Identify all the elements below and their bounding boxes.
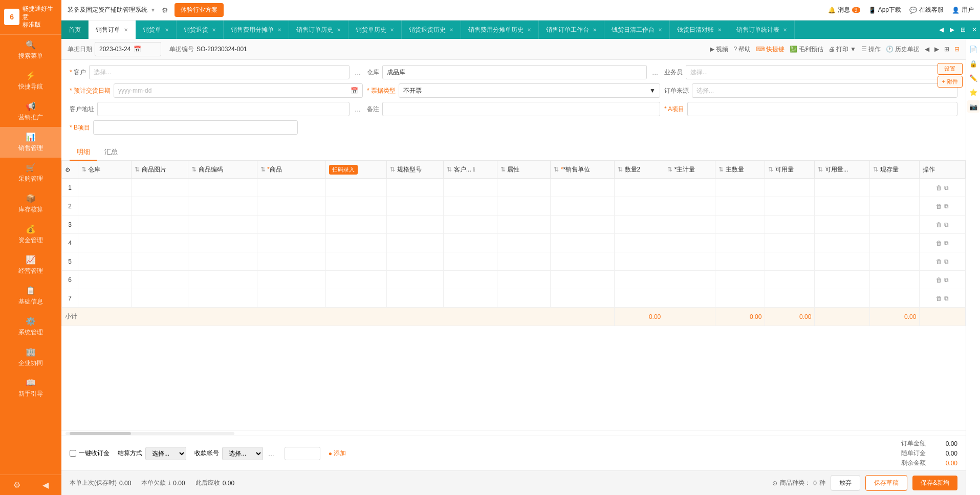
delete-icon-6[interactable]: 🗑: [936, 276, 942, 284]
row-main-qty-7[interactable]: [715, 289, 765, 308]
row-product-code-1[interactable]: [188, 179, 257, 197]
this-order-info-icon[interactable]: ℹ: [168, 480, 170, 486]
row-qty2-3[interactable]: [615, 216, 664, 234]
delivery-date-input[interactable]: yyyy-mm-dd 📅: [114, 83, 363, 98]
row-spec-3[interactable]: [387, 216, 444, 234]
row-qty2-5[interactable]: [615, 252, 664, 271]
tab-detail[interactable]: 明细: [70, 144, 97, 161]
save-draft-button[interactable]: 保存草稿: [865, 475, 907, 491]
tab-close-icon[interactable]: ✕: [658, 27, 662, 33]
sidebar-item-marketing[interactable]: 📢 营销推广: [0, 96, 61, 127]
sidebar-item-quick-nav[interactable]: ⚡ 快捷导航: [0, 66, 61, 96]
history-btn[interactable]: 🕐 历史单据: [886, 45, 920, 54]
operations-btn[interactable]: ☰ 操作: [861, 45, 881, 54]
shortcut-btn[interactable]: ⌨ 快捷键: [756, 45, 785, 54]
account-select[interactable]: 选择...: [222, 447, 263, 460]
tab-prev-arrow[interactable]: ◀: [936, 20, 947, 39]
row-attrs-1[interactable]: [497, 179, 550, 197]
customer-ellipsis[interactable]: ...: [353, 68, 363, 76]
row-sales-unit-4[interactable]: [551, 234, 615, 252]
row-product-code-2[interactable]: [188, 197, 257, 216]
row-sales-unit-7[interactable]: [551, 289, 615, 308]
sidebar-item-guide[interactable]: 📖 新手引导: [0, 373, 61, 403]
nav-tab-stats[interactable]: 销售订单统计表 ✕: [729, 20, 795, 39]
customer-select[interactable]: 选择...: [89, 65, 350, 79]
row-qty2-6[interactable]: [615, 271, 664, 289]
row-product-7[interactable]: [257, 289, 325, 308]
copy-icon-7[interactable]: ⧉: [944, 295, 949, 302]
profit-btn[interactable]: 💹 毛利预估: [790, 45, 823, 54]
nav-list-icon-2[interactable]: ▶: [934, 46, 939, 53]
tab-close-icon[interactable]: ✕: [277, 27, 281, 33]
row-main-qty-2[interactable]: [715, 197, 765, 216]
row-product-5[interactable]: [257, 252, 325, 271]
row-product-code-3[interactable]: [188, 216, 257, 234]
one-click-checkbox[interactable]: 一键收订金: [70, 449, 110, 458]
tab-close-all[interactable]: ✕: [969, 20, 980, 39]
tab-close-icon[interactable]: ✕: [337, 27, 341, 33]
print-btn[interactable]: 🖨 打印 ▼: [829, 45, 856, 54]
row-warehouse-4[interactable]: [78, 234, 132, 252]
right-icon-5[interactable]: 📷: [967, 100, 979, 113]
b-project-input[interactable]: [93, 120, 298, 135]
nav-tab-sales[interactable]: 销货单 ✕: [136, 20, 177, 39]
row-main-qty-5[interactable]: [715, 252, 765, 271]
row-qty2-7[interactable]: [615, 289, 664, 308]
system-dropdown-icon[interactable]: ▼: [150, 7, 156, 13]
right-icon-2[interactable]: 🔒: [967, 57, 979, 70]
view-btn[interactable]: ▶ 视频: [710, 45, 728, 54]
th-settings[interactable]: ⚙: [62, 161, 78, 179]
row-customer-code-7[interactable]: [444, 289, 497, 308]
row-product-code-5[interactable]: [188, 252, 257, 271]
row-product-1[interactable]: [257, 179, 325, 197]
order-source-select[interactable]: 选择...: [692, 83, 957, 98]
add-payment-btn[interactable]: ● 添加: [329, 449, 346, 458]
topbar-app-download[interactable]: 📱 App下载: [868, 6, 901, 14]
row-sales-unit-3[interactable]: [551, 216, 615, 234]
tab-summary[interactable]: 汇总: [97, 144, 125, 161]
delete-icon-5[interactable]: 🗑: [936, 258, 942, 265]
row-attrs-7[interactable]: [497, 289, 550, 308]
row-main-unit-4[interactable]: [664, 234, 715, 252]
row-customer-code-4[interactable]: [444, 234, 497, 252]
save-new-button[interactable]: 保存&新增: [912, 476, 957, 490]
row-main-unit-7[interactable]: [664, 289, 715, 308]
tab-close-icon[interactable]: ✕: [165, 27, 169, 33]
row-attrs-4[interactable]: [497, 234, 550, 252]
tab-close-icon[interactable]: ✕: [390, 27, 394, 33]
row-warehouse-5[interactable]: [78, 252, 132, 271]
row-product-code-7[interactable]: [188, 289, 257, 308]
nav-list-icon-1[interactable]: ◀: [925, 46, 929, 53]
row-product-3[interactable]: [257, 216, 325, 234]
row-customer-code-6[interactable]: [444, 271, 497, 289]
copy-icon-3[interactable]: ⧉: [944, 221, 949, 228]
tab-menu-arrow[interactable]: ⊞: [957, 20, 969, 39]
row-warehouse-6[interactable]: [78, 271, 132, 289]
tab-next-arrow[interactable]: ▶: [947, 20, 957, 39]
copy-icon-5[interactable]: ⧉: [944, 258, 949, 265]
delete-icon-4[interactable]: 🗑: [936, 240, 942, 247]
sidebar-item-system[interactable]: ⚙️ 系统管理: [0, 311, 61, 342]
nav-grid-icon[interactable]: ⊞: [944, 46, 949, 53]
row-warehouse-3[interactable]: [78, 216, 132, 234]
row-main-qty-3[interactable]: [715, 216, 765, 234]
nav-tab-home[interactable]: 首页: [61, 20, 89, 39]
collapse-icon[interactable]: ◀: [42, 480, 49, 490]
sidebar-item-search[interactable]: 🔍 搜索菜单: [0, 35, 61, 66]
row-spec-7[interactable]: [387, 289, 444, 308]
scroll-track[interactable]: [66, 432, 234, 435]
settings-bottom-icon[interactable]: ⚙: [13, 480, 20, 490]
row-main-unit-1[interactable]: [664, 179, 715, 197]
nav-tab-cash-reconcile[interactable]: 钱货日清对账 ✕: [670, 20, 729, 39]
row-qty2-1[interactable]: [615, 179, 664, 197]
copy-icon-4[interactable]: ⧉: [944, 240, 949, 247]
row-customer-code-1[interactable]: [444, 179, 497, 197]
invoice-type-select[interactable]: 不开票 ▼: [399, 83, 660, 98]
a-project-input[interactable]: [687, 102, 957, 116]
one-click-checkbox-input[interactable]: [70, 450, 76, 457]
row-main-qty-6[interactable]: [715, 271, 765, 289]
row-attrs-2[interactable]: [497, 197, 550, 216]
discard-button[interactable]: 放弃: [831, 475, 860, 491]
sidebar-item-finance[interactable]: 💰 资金管理: [0, 219, 61, 250]
sidebar-item-basic-info[interactable]: 📋 基础信息: [0, 281, 61, 311]
